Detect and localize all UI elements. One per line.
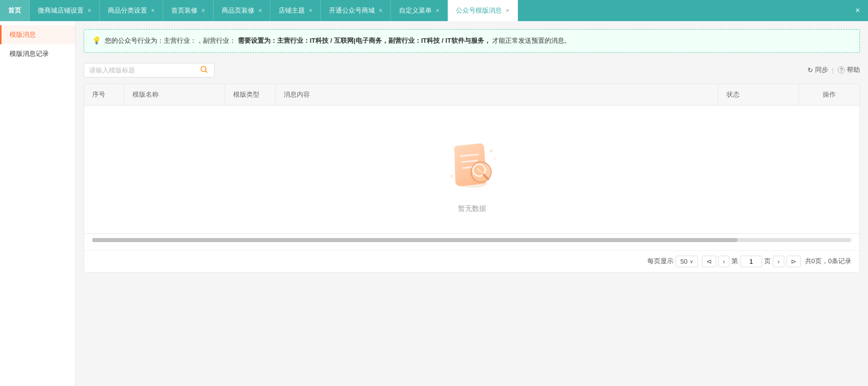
tab-template-msg[interactable]: 公众号模版消息 × [448, 0, 518, 21]
tab-custom-menu-close[interactable]: × [436, 7, 439, 14]
svg-point-11 [494, 158, 496, 160]
page-text: 第 [731, 257, 738, 266]
th-seq: 序号 [84, 84, 124, 105]
sync-icon: ↻ [808, 66, 813, 74]
svg-line-1 [206, 71, 207, 72]
tab-home-decor-label: 首页装修 [171, 6, 197, 15]
sync-label: 同步 [815, 65, 828, 74]
chevron-down-icon: ∨ [690, 259, 693, 264]
tab-open-mall[interactable]: 开通公众号商城 × [321, 0, 391, 21]
search-input-wrap[interactable] [84, 63, 215, 78]
table-wrap: 序号 模版名称 模版类型 消息内容 状态 操作 [84, 84, 860, 273]
page-nav: ⊲ ‹ 第 页 › ⊳ [702, 256, 801, 267]
th-action: 操作 [799, 84, 859, 105]
last-page-icon: ⊳ [791, 258, 796, 265]
tab-shop-theme-label: 店铺主题 [279, 6, 305, 15]
action-divider: | [832, 66, 834, 74]
th-name: 模版名称 [124, 84, 225, 105]
th-status: 状态 [718, 84, 799, 105]
tab-home[interactable]: 首页 [0, 0, 30, 21]
sidebar-item-template-msg-log[interactable]: 模版消息记录 [0, 44, 75, 63]
prev-page-button[interactable]: ‹ [718, 256, 729, 267]
help-icon: ? [838, 66, 845, 73]
total-info: 共0页，0条记录 [805, 257, 851, 266]
tab-shop-theme[interactable]: 店铺主题 × [271, 0, 321, 21]
th-content: 消息内容 [276, 84, 718, 105]
last-page-button[interactable]: ⊳ [786, 256, 801, 267]
empty-text: 暂无数据 [458, 204, 486, 213]
tab-category-settings[interactable]: 商品分类设置 × [100, 0, 163, 21]
page-number-input[interactable] [740, 256, 762, 267]
search-input[interactable] [89, 66, 200, 74]
close-all-button[interactable]: × [847, 6, 868, 15]
pagination: 每页显示 50 ∨ ⊲ ‹ 第 页 [84, 250, 859, 272]
per-page-value: 50 [680, 258, 687, 265]
page-label: 页 [764, 257, 771, 266]
svg-point-10 [490, 149, 493, 152]
search-actions: ↻ 同步 | ? 帮助 [808, 65, 860, 74]
sync-button[interactable]: ↻ 同步 [808, 65, 828, 74]
fake-scrollbar[interactable] [92, 238, 851, 242]
notice-text: 您的公众号行业为：主营行业：，副营行业： 需要设置为：主营行业：IT科技 / 互… [105, 36, 571, 46]
first-page-button[interactable]: ⊲ [702, 256, 716, 267]
search-bar: ↻ 同步 | ? 帮助 [84, 63, 860, 78]
tab-home-decor-close[interactable]: × [202, 7, 205, 14]
table-header: 序号 模版名称 模版类型 消息内容 状态 操作 [84, 84, 859, 106]
help-button[interactable]: ? 帮助 [838, 65, 860, 74]
fake-scrollbar-thumb [92, 238, 738, 242]
help-label: 帮助 [847, 65, 860, 74]
tab-product-decor-close[interactable]: × [258, 7, 262, 14]
notice-icon: 💡 [92, 36, 101, 44]
tab-product-decor[interactable]: 商品页装修 × [214, 0, 271, 21]
next-page-icon: › [777, 258, 779, 265]
notice-text-before: 您的公众号行业为：主营行业：，副营行业： [105, 37, 236, 44]
tab-home-label: 首页 [8, 6, 21, 15]
tab-category-settings-label: 商品分类设置 [108, 6, 147, 15]
empty-icon [442, 136, 502, 196]
tab-custom-menu[interactable]: 自定义菜单 × [391, 0, 448, 21]
th-type: 模版类型 [225, 84, 276, 105]
per-page-select[interactable]: 50 ∨ [676, 256, 697, 267]
first-page-icon: ⊲ [706, 258, 712, 265]
content-area: 💡 您的公众号行业为：主营行业：，副营行业： 需要设置为：主营行业：IT科技 /… [76, 21, 868, 386]
tab-product-decor-label: 商品页装修 [222, 6, 254, 15]
tab-template-msg-label: 公众号模版消息 [456, 6, 502, 15]
tab-shop-settings[interactable]: 微商城店铺设置 × [30, 0, 100, 21]
search-button[interactable] [200, 65, 208, 75]
main-layout: 模版消息 模版消息记录 💡 您的公众号行业为：主营行业：，副营行业： 需要设置为… [0, 21, 868, 386]
sidebar-item-template-msg[interactable]: 模版消息 [0, 25, 75, 44]
notice-box: 💡 您的公众号行业为：主营行业：，副营行业： 需要设置为：主营行业：IT科技 /… [84, 29, 860, 53]
next-page-button[interactable]: › [773, 256, 784, 267]
prev-page-icon: ‹ [723, 258, 725, 265]
notice-text-after: 才能正常发送预置的消息。 [492, 37, 571, 44]
notice-highlight: 需要设置为：主营行业：IT科技 / 互联网|电子商务，副营行业：IT科技 / I… [238, 37, 491, 44]
tab-shop-theme-close[interactable]: × [309, 7, 312, 14]
tab-category-settings-close[interactable]: × [151, 7, 155, 14]
per-page-label: 每页显示 [647, 257, 674, 266]
scroll-bar-area [84, 234, 859, 250]
tab-shop-settings-label: 微商城店铺设置 [38, 6, 84, 15]
tab-home-decor[interactable]: 首页装修 × [163, 0, 214, 21]
sidebar-item-template-msg-log-label: 模版消息记录 [10, 50, 49, 57]
tab-custom-menu-label: 自定义菜单 [399, 6, 432, 15]
page-size-select: 每页显示 50 ∨ [647, 256, 697, 267]
sidebar: 模版消息 模版消息记录 [0, 21, 76, 386]
tab-bar: 首页 微商城店铺设置 × 商品分类设置 × 首页装修 × 商品页装修 × 店铺主… [0, 0, 868, 21]
tab-template-msg-close[interactable]: × [506, 7, 509, 14]
sidebar-item-template-msg-label: 模版消息 [10, 31, 36, 38]
tab-open-mall-label: 开通公众号商城 [329, 6, 375, 15]
svg-point-12 [450, 175, 453, 177]
empty-state: 暂无数据 [84, 106, 859, 234]
tab-open-mall-close[interactable]: × [379, 7, 382, 14]
tab-shop-settings-close[interactable]: × [88, 7, 91, 14]
